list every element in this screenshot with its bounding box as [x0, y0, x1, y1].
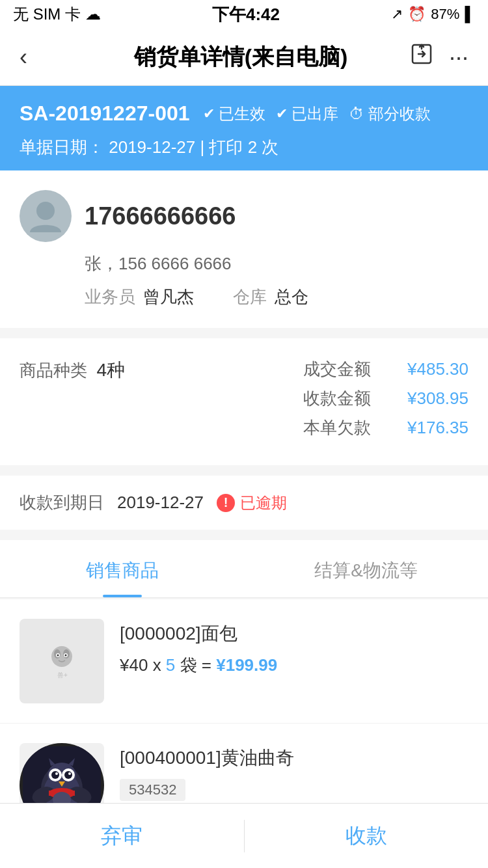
due-section: 收款到期日 2019-12-27 ! 已逾期 — [0, 476, 488, 530]
warehouse-label: 仓库 — [233, 286, 267, 308]
amount-value: ¥485.30 — [384, 359, 468, 379]
tab-settlement[interactable]: 结算&物流等 — [244, 540, 488, 597]
alarm-icon: ⏰ — [408, 6, 426, 23]
warehouse-meta: 仓库 总仓 — [233, 286, 308, 308]
badge-shipped: ✔ 已出库 — [276, 103, 338, 124]
back-button[interactable]: ‹ — [20, 44, 27, 71]
payment-button[interactable]: 收款 — [245, 804, 489, 869]
tab-sales-products[interactable]: 销售商品 — [0, 540, 244, 597]
nav-right: ··· — [410, 42, 468, 72]
sim-label: 无 SIM 卡 ☁ — [13, 4, 101, 25]
status-left: 无 SIM 卡 ☁ — [13, 4, 101, 25]
more-button[interactable]: ··· — [449, 44, 468, 71]
overdue-icon: ! — [217, 494, 235, 512]
location-icon: ↗ — [391, 6, 403, 23]
svg-point-2 — [51, 646, 72, 667]
product-name-2: [000400001]黄油曲奇 — [120, 746, 468, 770]
nav-left: ‹ — [20, 44, 72, 71]
received-row: 收款金额 ¥308.95 — [303, 387, 468, 410]
received-value: ¥308.95 — [384, 388, 468, 409]
stats-section: 商品种类 4种 成交金额 ¥485.30 收款金额 ¥308.95 本单欠款 ¥… — [0, 338, 488, 465]
overdue-badge: ! 已逾期 — [217, 493, 287, 513]
badge-partial: ⏱ 部分收款 — [349, 103, 431, 124]
nav-bar: ‹ 销货单详情(来自电脑) ··· — [0, 29, 488, 86]
sales-meta: 业务员 曾凡杰 — [85, 286, 194, 308]
placeholder-1: 兽+ — [20, 619, 104, 703]
order-header: SA-20191227-001 ✔ 已生效 ✔ 已出库 ⏱ 部分收款 单据日期：… — [0, 86, 488, 170]
product-details-1: [0000002]面包 ¥40 x 5 袋 = ¥199.99 — [120, 619, 468, 677]
due-date: 2019-12-27 — [117, 493, 204, 513]
badge-effective: ✔ 已生效 — [203, 103, 265, 124]
debt-value: ¥176.35 — [384, 418, 468, 438]
avatar — [20, 190, 72, 242]
svg-point-1 — [36, 202, 55, 220]
page-title: 销货单详情(来自电脑) — [134, 42, 348, 72]
cancel-review-button[interactable]: 弃审 — [0, 804, 244, 869]
svg-point-7 — [57, 655, 59, 657]
overdue-text: 已逾期 — [240, 493, 287, 513]
financial-stats: 成交金额 ¥485.30 收款金额 ¥308.95 本单欠款 ¥176.35 — [303, 358, 468, 446]
tabs: 销售商品 结算&物流等 — [0, 540, 488, 598]
list-item: 兽+ [0000002]面包 ¥40 x 5 袋 = ¥199.99 — [0, 599, 488, 724]
bottom-bar: 弃审 收款 — [0, 803, 488, 868]
product-type: 商品种类 4种 — [20, 358, 125, 383]
product-name-1: [0000002]面包 — [120, 621, 468, 646]
svg-text:兽+: 兽+ — [57, 671, 68, 679]
customer-meta: 业务员 曾凡杰 仓库 总仓 — [20, 286, 468, 308]
order-date: 单据日期： 2019-12-27 | 打印 2 次 — [20, 136, 468, 159]
product-price-1: ¥40 x 5 袋 = ¥199.99 — [120, 654, 468, 677]
status-right: ↗ ⏰ 87% ▌ — [391, 6, 475, 23]
product-tag-2: 534532 — [120, 779, 185, 801]
clock-icon: ⏱ — [349, 105, 364, 123]
product-total-1: ¥199.99 — [216, 655, 277, 675]
svg-point-21 — [68, 772, 71, 775]
due-label: 收款到期日 — [20, 491, 104, 514]
tabs-section: 销售商品 结算&物流等 — [0, 540, 488, 598]
status-time: 下午4:42 — [212, 3, 280, 26]
product-image-1: 兽+ — [20, 619, 104, 703]
svg-point-19 — [64, 771, 72, 779]
check-icon-2: ✔ — [276, 105, 288, 122]
debt-row: 本单欠款 ¥176.35 — [303, 416, 468, 439]
svg-point-8 — [65, 655, 67, 657]
status-badges: ✔ 已生效 ✔ 已出库 ⏱ 部分收款 — [203, 103, 431, 124]
svg-point-18 — [51, 771, 59, 779]
customer-section: 17666666666 张，156 6666 6666 业务员 曾凡杰 仓库 总… — [0, 170, 488, 328]
battery-label: 87% — [431, 6, 459, 23]
sales-value: 曾凡杰 — [143, 286, 194, 308]
customer-phone: 17666666666 — [85, 202, 236, 230]
order-id: SA-20191227-001 — [20, 102, 190, 126]
product-qty-1: 5 — [166, 655, 175, 675]
battery-icon: ▌ — [465, 6, 475, 23]
amount-row: 成交金额 ¥485.30 — [303, 358, 468, 381]
svg-point-20 — [55, 772, 58, 775]
check-icon-1: ✔ — [203, 105, 215, 122]
warehouse-value: 总仓 — [275, 286, 308, 308]
status-bar: 无 SIM 卡 ☁ 下午4:42 ↗ ⏰ 87% ▌ — [0, 0, 488, 29]
sales-label: 业务员 — [85, 286, 135, 308]
share-button[interactable] — [410, 42, 433, 72]
customer-name-phone: 张，156 6666 6666 — [20, 252, 468, 275]
